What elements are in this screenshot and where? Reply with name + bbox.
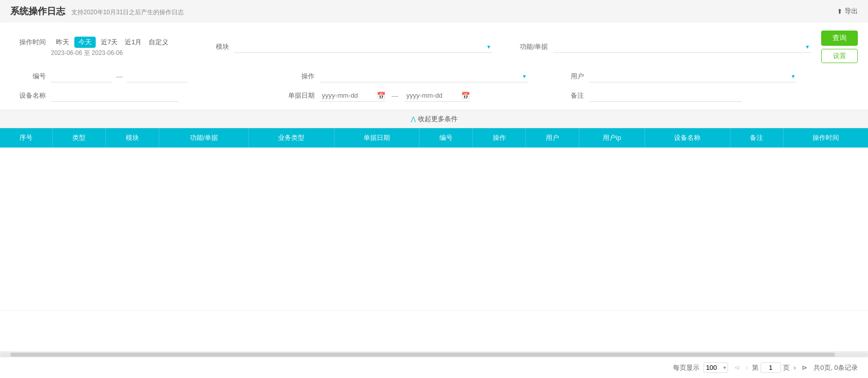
date-to-input[interactable] (404, 90, 460, 101)
date-to-wrap: 📅 (404, 90, 470, 102)
module-select-wrap: ▾ (234, 41, 492, 53)
scrollbar-track (0, 353, 868, 357)
per-page-select-wrap: 100 10 20 50 200 ▾ (704, 362, 728, 373)
operation-label: 操作 (279, 72, 320, 81)
remark-label: 备注 (548, 91, 589, 100)
table-col-编号: 编号 (419, 128, 472, 148)
export-button[interactable]: ⬆ 导出 (837, 7, 858, 16)
table-col-操作时间: 操作时间 (783, 128, 868, 148)
time-btn-1month[interactable]: 近1月 (123, 37, 144, 48)
time-btn-custom[interactable]: 自定义 (147, 37, 171, 48)
date-range: 📅 — 📅 (320, 90, 470, 102)
collapse-label: 收起更多条件 (418, 114, 458, 124)
last-page-button[interactable]: ⊳ (800, 363, 809, 372)
function-section: 功能/单据 ▾ (513, 41, 811, 53)
table-col-操作: 操作 (472, 128, 525, 148)
table-header: 序号类型模块功能/单据业务类型单据日期编号操作用户用户ip设备名称备注操作时间 (0, 128, 868, 148)
page-suffix: 页 (783, 363, 790, 372)
header-left: 系统操作日志 支持2020年10月31日之后产生的操作日志 (10, 5, 184, 17)
pagination: 每页显示 100 10 20 50 200 ▾ ⊲ ‹ 第 页 › ⊳ 共0页,… (0, 357, 868, 378)
total-info: 共0页, 0条记录 (814, 363, 858, 372)
page-title: 系统操作日志 (10, 5, 65, 17)
table-col-功能/单据: 功能/单据 (159, 128, 248, 148)
settings-button[interactable]: 设置 (821, 49, 858, 63)
time-range: 2023-06-06 至 2023-06-06 (51, 49, 123, 56)
page-subtitle: 支持2020年10月31日之后产生的操作日志 (71, 8, 184, 17)
table-wrap: 序号类型模块功能/单据业务类型单据日期编号操作用户用户ip设备名称备注操作时间 (0, 128, 868, 352)
date-dash: — (391, 92, 398, 100)
table-col-业务类型: 业务类型 (249, 128, 334, 148)
table-col-设备名称: 设备名称 (645, 128, 730, 148)
user-select[interactable] (589, 70, 797, 82)
chevron-up-icon: ⋀ (411, 115, 416, 123)
function-select-wrap: ▾ (553, 41, 811, 53)
page-header: 系统操作日志 支持2020年10月31日之后产生的操作日志 ⬆ 导出 (0, 0, 868, 22)
operation-select-wrap: ▾ (320, 70, 527, 82)
time-label: 操作时间 (10, 38, 51, 47)
per-page-select[interactable]: 100 10 20 50 200 (706, 364, 725, 371)
function-label: 功能/单据 (513, 42, 553, 51)
code-dash: — (116, 73, 123, 80)
device-label: 设备名称 (10, 91, 51, 100)
collapse-row: ⋀ 收起更多条件 (0, 110, 868, 128)
calendar-from-icon[interactable]: 📅 (377, 92, 385, 100)
code-label: 编号 (10, 72, 51, 81)
page-nav: ⊲ ‹ 第 页 › ⊳ (732, 362, 810, 373)
date-from-wrap: 📅 (320, 90, 385, 102)
table-empty-row (0, 148, 868, 310)
filter-row-1: 操作时间 昨天 今天 近7天 近1月 自定义 2023-06-06 至 2023… (10, 31, 858, 63)
code-input-from[interactable] (51, 70, 112, 82)
table-col-模块: 模块 (106, 128, 159, 148)
calendar-to-icon[interactable]: 📅 (461, 92, 470, 100)
operation-section: 操作 ▾ (279, 70, 527, 82)
module-label: 模块 (193, 42, 234, 51)
query-button[interactable]: 查询 (821, 31, 858, 46)
remark-input[interactable] (589, 90, 742, 102)
code-input-to[interactable] (127, 70, 188, 82)
table-col-类型: 类型 (52, 128, 105, 148)
device-section: 设备名称 (10, 90, 259, 102)
scrollbar-thumb[interactable] (10, 353, 835, 357)
table-header-row: 序号类型模块功能/单据业务类型单据日期编号操作用户用户ip设备名称备注操作时间 (0, 128, 868, 148)
data-table: 序号类型模块功能/单据业务类型单据日期编号操作用户用户ip设备名称备注操作时间 (0, 128, 868, 311)
next-page-button[interactable]: › (792, 363, 798, 372)
time-btn-today[interactable]: 今天 (74, 37, 96, 48)
remark-section: 备注 (548, 90, 797, 102)
user-label: 用户 (548, 72, 589, 81)
first-page-button[interactable]: ⊲ (732, 363, 742, 372)
collapse-button[interactable]: ⋀ 收起更多条件 (411, 114, 458, 124)
module-section: 模块 ▾ (193, 41, 492, 53)
function-select[interactable] (553, 41, 811, 52)
table-col-序号: 序号 (0, 128, 52, 148)
table-body (0, 148, 868, 310)
filter-row-2: 编号 — 操作 ▾ 用户 (10, 70, 858, 82)
user-section: 用户 ▾ (548, 70, 797, 82)
date-section: 单据日期 📅 — 📅 (279, 90, 527, 102)
module-select[interactable] (234, 41, 492, 52)
page-label: 第 (752, 363, 759, 372)
operation-select[interactable] (320, 70, 527, 82)
time-btn-yesterday[interactable]: 昨天 (54, 37, 71, 48)
code-section: 编号 — (10, 70, 259, 82)
table-col-用户: 用户 (526, 128, 579, 148)
filter-row-3: 设备名称 单据日期 📅 — 📅 备注 (10, 90, 858, 102)
table-col-备注: 备注 (730, 128, 783, 148)
action-buttons: 查询 设置 (821, 31, 858, 63)
table-col-用户ip: 用户ip (579, 128, 645, 148)
per-page-label: 每页显示 (673, 363, 699, 372)
user-select-wrap: ▾ (589, 70, 797, 82)
date-label: 单据日期 (279, 91, 320, 100)
device-input[interactable] (51, 90, 178, 102)
table-col-单据日期: 单据日期 (334, 128, 419, 148)
time-btn-7days[interactable]: 近7天 (99, 37, 120, 48)
export-label: 导出 (845, 7, 858, 16)
page-container: 系统操作日志 支持2020年10月31日之后产生的操作日志 ⬆ 导出 操作时间 … (0, 0, 868, 378)
filter-area: 操作时间 昨天 今天 近7天 近1月 自定义 2023-06-06 至 2023… (0, 22, 868, 110)
time-options: 昨天 今天 近7天 近1月 自定义 (54, 37, 171, 48)
scrollbar-area (0, 352, 868, 357)
export-icon: ⬆ (837, 8, 843, 15)
page-input[interactable] (761, 362, 781, 373)
prev-page-button[interactable]: ‹ (744, 363, 750, 372)
date-from-input[interactable] (320, 90, 376, 101)
